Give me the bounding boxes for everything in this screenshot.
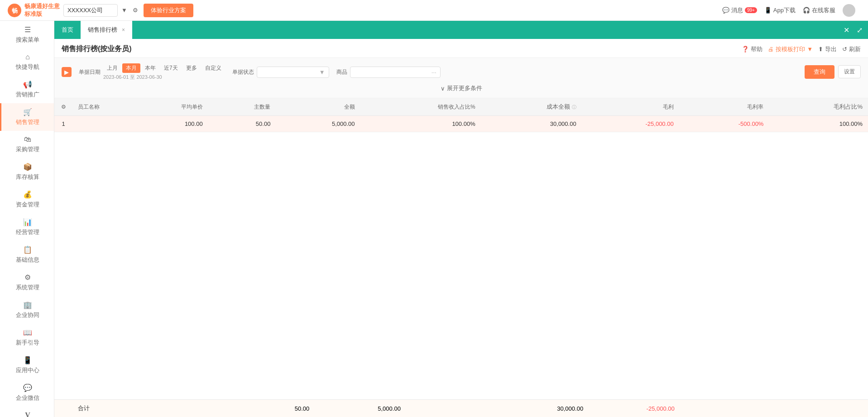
message-label: 消息: [731, 6, 743, 14]
date-tab-more[interactable]: 更多: [182, 63, 201, 73]
cell-total-amount: 5,000.00: [276, 116, 360, 132]
sidebar-item-label: 经营管理: [16, 228, 39, 236]
date-tab-7days[interactable]: 近7天: [160, 63, 182, 73]
filter-collapse-btn[interactable]: ▶: [62, 67, 72, 77]
col-cost-info-icon: ⓘ: [572, 105, 576, 110]
col-cost-label: 成本全额: [547, 103, 570, 110]
col-gross-profit: 毛利: [582, 98, 679, 116]
operations-icon: 📊: [23, 218, 32, 226]
col-main-qty: 主数量: [208, 98, 276, 116]
sidebar-item-label: 销售管理: [16, 118, 39, 126]
online-service-btn[interactable]: 🎧 在线客服: [803, 6, 835, 14]
expand-more-btn[interactable]: ∨ 展开更多条件: [62, 84, 861, 92]
sidebar-item-finance[interactable]: 💰 资金管理: [0, 186, 54, 213]
cell-cost-amount: 30,000.00: [481, 116, 582, 132]
avatar[interactable]: [843, 4, 855, 17]
sidebar-item-system[interactable]: ⚙ 系统管理: [0, 268, 54, 296]
settings-icon[interactable]: ⚙: [131, 5, 140, 15]
table-row: 1 100.00 50.00 5,000.00 100.00% 30,000.0…: [54, 116, 868, 132]
basic-info-icon: 📋: [23, 245, 32, 254]
print-btn[interactable]: 🖨 按模板打印 ▼: [768, 45, 813, 53]
date-tab-custom[interactable]: 自定义: [201, 63, 225, 73]
tab-home-label: 首页: [62, 26, 73, 34]
sidebar-item-inventory[interactable]: 📦 库存核算: [0, 158, 54, 186]
status-filter: 单据状态 ▼: [232, 67, 329, 78]
tab-sales-ranking[interactable]: 销售排行榜 ×: [81, 21, 132, 39]
goods-more-icon[interactable]: ···: [432, 69, 436, 76]
company-selector[interactable]: XXXXXX公司: [63, 4, 118, 17]
footer-main-qty: 50.00: [224, 405, 315, 412]
message-icon: 💬: [722, 7, 729, 14]
cell-rank: 1: [54, 116, 72, 132]
company-dropdown-icon[interactable]: ▼: [121, 7, 127, 14]
marketing-icon: 📢: [23, 80, 32, 89]
col-employee: 员工名称: [72, 98, 127, 116]
message-btn[interactable]: 💬 消息 99+: [722, 6, 757, 14]
top-bar-right: 💬 消息 99+ 📱 App下载 🎧 在线客服: [722, 4, 863, 17]
sidebar-item-app-center[interactable]: 📱 应用中心: [0, 351, 54, 379]
window-expand-icon[interactable]: ⤢: [855, 24, 864, 36]
tab-home[interactable]: 首页: [54, 21, 81, 39]
svg-text:畅: 畅: [12, 7, 18, 14]
date-range-display: 2023-06-01 至 2023-06-30: [103, 74, 225, 81]
expand-more-label: 展开更多条件: [447, 84, 482, 92]
print-icon: 🖨: [768, 46, 774, 53]
refresh-btn[interactable]: ↺ 刷新: [842, 45, 861, 53]
sidebar-item-purchase[interactable]: 🛍 采购管理: [0, 131, 54, 158]
export-btn[interactable]: ⬆ 导出: [818, 45, 837, 53]
finance-icon: 💰: [23, 190, 32, 199]
sidebar-item-quick-nav[interactable]: ⌂ 快捷导航: [0, 48, 54, 76]
cell-main-qty: 50.00: [208, 116, 276, 132]
table-footer: 合计 50.00 5,000.00 30,000.00 -25,000.00: [54, 399, 868, 417]
sidebar-item-member[interactable]: V 畅会员: [0, 407, 54, 417]
sidebar-item-operations[interactable]: 📊 经营管理: [0, 213, 54, 241]
nav-right-actions: ✕ ⤢: [842, 24, 868, 36]
guide-icon: 📖: [23, 328, 32, 337]
sidebar-item-search-orders[interactable]: ☰ 搜索菜单: [0, 21, 54, 48]
export-icon: ⬆: [818, 46, 823, 53]
status-dropdown-icon: ▼: [319, 69, 325, 76]
help-btn[interactable]: ❓ 帮助: [742, 45, 762, 53]
goods-filter: 商品 ···: [336, 67, 441, 78]
tab-close-icon[interactable]: ×: [122, 27, 125, 33]
company-name-text: XXXXXX公司: [67, 7, 103, 14]
help-icon: ❓: [742, 46, 749, 53]
sidebar-item-guide[interactable]: 📖 新手引导: [0, 324, 54, 351]
app-download-btn[interactable]: 📱 App下载: [764, 6, 796, 14]
sidebar-item-wechat[interactable]: 💬 企业微信: [0, 379, 54, 407]
member-icon: V: [25, 411, 30, 417]
sidebar-item-label: 采购管理: [16, 145, 39, 153]
system-icon: ⚙: [24, 273, 31, 282]
table-header-row: ⚙ 员工名称 平均单价 主数量 全额 销售收入占比% 成本全额 ⓘ 毛利 毛利率: [54, 98, 868, 116]
query-button[interactable]: 查询: [805, 65, 834, 79]
app-icon: 📱: [764, 7, 772, 14]
cell-avg-price: 100.00: [127, 116, 208, 132]
app-label: App下载: [773, 6, 796, 14]
print-label: 按模板打印: [776, 45, 805, 53]
sidebar-item-label: 搜索菜单: [16, 36, 39, 44]
date-tab-this-month[interactable]: 本月: [122, 63, 140, 73]
tab-active-label: 销售排行榜: [88, 26, 117, 34]
sidebar-item-marketing[interactable]: 📢 营销推广: [0, 76, 54, 103]
purchase-icon: 🛍: [24, 135, 31, 144]
trial-button[interactable]: 体验行业方案: [144, 4, 193, 17]
data-table: ⚙ 员工名称 平均单价 主数量 全额 销售收入占比% 成本全额 ⓘ 毛利 毛利率: [54, 98, 868, 132]
col-avg-price: 平均单价: [127, 98, 208, 116]
window-close-icon[interactable]: ✕: [842, 24, 851, 36]
date-tab-last-month[interactable]: 上月: [103, 63, 121, 73]
footer-gross-profit: -25,000.00: [589, 405, 680, 412]
sidebar-item-basic-info[interactable]: 📋 基础信息: [0, 241, 54, 268]
top-bar-left: 畅 畅康通好生意 标准版 XXXXXX公司 ▼ ⚙ 体验行业方案: [5, 3, 719, 18]
status-filter-label: 单据状态: [232, 68, 254, 76]
cell-gross-ratio: 100.00%: [769, 116, 868, 132]
col-gross-ratio-label: 毛利占比%: [834, 103, 863, 110]
filter-settings-button[interactable]: 设置: [838, 65, 861, 78]
col-sales-ratio: 销售收入占比%: [360, 98, 481, 116]
sidebar-item-enterprise[interactable]: 🏢 企业协同: [0, 296, 54, 324]
sidebar-item-label: 应用中心: [16, 366, 39, 374]
app-center-icon: 📱: [23, 356, 32, 364]
page-content: 销售排行榜(按业务员) ❓ 帮助 🖨 按模板打印 ▼ ⬆ 导出: [54, 39, 868, 417]
sidebar-item-sales[interactable]: 🛒 销售管理: [0, 103, 54, 131]
page-header: 销售排行榜(按业务员) ❓ 帮助 🖨 按模板打印 ▼ ⬆ 导出: [54, 39, 868, 58]
date-tab-this-year[interactable]: 本年: [141, 63, 159, 73]
